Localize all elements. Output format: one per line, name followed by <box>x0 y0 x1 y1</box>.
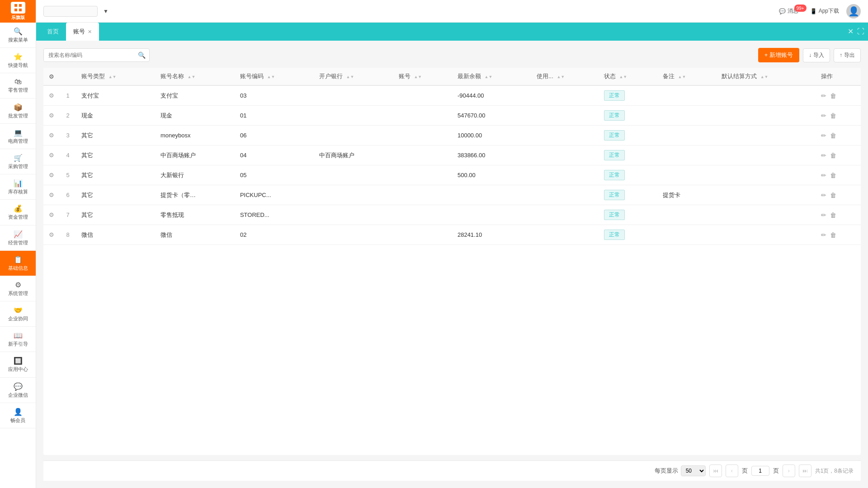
row-type: 其它 <box>76 205 155 225</box>
delete-btn[interactable]: 🗑 <box>830 112 836 119</box>
tab-close-all-btn[interactable]: ✕ <box>848 28 854 35</box>
edit-btn[interactable]: ✏ <box>821 152 826 159</box>
import-button[interactable]: ↓ 导入 <box>803 48 830 62</box>
user-avatar[interactable]: 👤 <box>846 4 861 19</box>
tab-close-btn[interactable]: ✕ <box>88 29 92 34</box>
delete-btn[interactable]: 🗑 <box>830 92 836 99</box>
edit-btn[interactable]: ✏ <box>821 132 826 139</box>
page-size-select[interactable]: 50 10 20 100 <box>681 465 706 476</box>
next-page-btn[interactable]: › <box>783 465 795 477</box>
search-button[interactable]: 🔍 <box>134 49 149 61</box>
grid-icon: 🔲 <box>14 357 23 365</box>
sidebar-item-member[interactable]: 👤 畅会员 <box>0 403 36 428</box>
delete-btn[interactable]: 🗑 <box>830 172 836 179</box>
sidebar-item-label: 零售管理 <box>8 87 28 93</box>
row-name: 中百商场账户 <box>155 145 235 165</box>
row-remark <box>657 165 716 185</box>
col-code[interactable]: 账号编码 ▲▼ <box>235 68 314 85</box>
edit-btn[interactable]: ✏ <box>821 231 826 239</box>
delete-btn[interactable]: 🗑 <box>830 192 836 199</box>
sidebar-item-label: 采购管理 <box>8 164 28 169</box>
topbar-search-input[interactable] <box>43 6 98 17</box>
col-status[interactable]: 状态 ▲▼ <box>599 68 657 85</box>
delete-btn[interactable]: 🗑 <box>830 132 836 139</box>
topbar-dropdown[interactable]: ▼ <box>103 8 108 14</box>
app-download-btn[interactable]: 📱 App下载 <box>810 7 839 15</box>
col-balance[interactable]: 最新余额 ▲▼ <box>452 68 531 85</box>
sidebar-item-wholesale[interactable]: 📦 批发管理 <box>0 99 36 124</box>
row-type: 其它 <box>76 145 155 165</box>
row-settings-btn[interactable]: ⚙ <box>43 145 60 165</box>
sidebar-item-quick-nav[interactable]: ⭐ 快捷导航 <box>0 48 36 73</box>
row-default <box>716 165 816 185</box>
page-body: 🔍 + 新增账号 ↓ 导入 ↑ 导出 ⚙ <box>36 41 868 488</box>
row-settings-btn[interactable]: ⚙ <box>43 205 60 225</box>
export-button[interactable]: ↑ 导出 <box>834 48 861 62</box>
sidebar-item-inventory[interactable]: 📊 库存核算 <box>0 174 36 200</box>
row-settings-btn[interactable]: ⚙ <box>43 185 60 205</box>
last-page-btn[interactable]: ⏭ <box>799 465 811 477</box>
row-default <box>716 205 816 225</box>
col-settings[interactable]: ⚙ <box>43 68 60 85</box>
message-btn[interactable]: 💬 消息 99+ <box>779 7 803 15</box>
row-actions: ✏ 🗑 <box>816 126 861 145</box>
row-type: 支付宝 <box>76 85 155 106</box>
delete-btn[interactable]: 🗑 <box>830 152 836 159</box>
col-name[interactable]: 账号名称 ▲▼ <box>155 68 235 85</box>
sidebar-item-operations[interactable]: 📈 经营管理 <box>0 225 36 251</box>
sidebar-item-label: 搜索菜单 <box>8 37 28 43</box>
sidebar-item-finance[interactable]: 💰 资金管理 <box>0 200 36 225</box>
sidebar-item-app-center[interactable]: 🔲 应用中心 <box>0 352 36 377</box>
edit-btn[interactable]: ✏ <box>821 211 826 219</box>
chat-icon: 💬 <box>14 382 23 391</box>
tab-home[interactable]: 首页 <box>40 23 66 41</box>
tab-expand-btn[interactable]: ⛶ <box>857 28 864 35</box>
sidebar-item-guide[interactable]: 📖 新手引导 <box>0 327 36 352</box>
row-default <box>716 185 816 205</box>
edit-btn[interactable]: ✏ <box>821 112 826 119</box>
sidebar-item-ecommerce[interactable]: 💻 电商管理 <box>0 124 36 149</box>
sidebar-item-purchase[interactable]: 🛒 采购管理 <box>0 149 36 174</box>
col-type[interactable]: 账号类型 ▲▼ <box>76 68 155 85</box>
row-account <box>393 85 452 106</box>
page-input[interactable] <box>751 466 769 476</box>
edit-btn[interactable]: ✏ <box>821 172 826 179</box>
first-page-btn[interactable]: ⏮ <box>709 465 722 477</box>
row-settings-btn[interactable]: ⚙ <box>43 165 60 185</box>
col-default[interactable]: 默认结算方式 ▲▼ <box>716 68 816 85</box>
sort-bank-icon: ▲▼ <box>346 75 354 79</box>
col-bank[interactable]: 开户银行 ▲▼ <box>314 68 393 85</box>
col-account[interactable]: 账号 ▲▼ <box>393 68 452 85</box>
row-settings-btn[interactable]: ⚙ <box>43 85 60 106</box>
delete-btn[interactable]: 🗑 <box>830 211 836 219</box>
delete-btn[interactable]: 🗑 <box>830 231 836 239</box>
sidebar-item-retail[interactable]: 🛍 零售管理 <box>0 73 36 98</box>
row-default <box>716 145 816 165</box>
row-settings-btn[interactable]: ⚙ <box>43 225 60 245</box>
row-settings-btn[interactable]: ⚙ <box>43 126 60 145</box>
edit-btn[interactable]: ✏ <box>821 192 826 199</box>
row-bank <box>314 185 393 205</box>
edit-btn[interactable]: ✏ <box>821 92 826 99</box>
row-status: 正常 <box>599 185 657 205</box>
row-status: 正常 <box>599 205 657 225</box>
sidebar-item-wechat-work[interactable]: 💬 企业微信 <box>0 378 36 403</box>
sidebar-item-enterprise[interactable]: 🤝 企业协同 <box>0 301 36 327</box>
sidebar-item-search[interactable]: 🔍 搜索菜单 <box>0 23 36 48</box>
search-input[interactable] <box>44 49 134 61</box>
col-remark[interactable]: 备注 ▲▼ <box>657 68 716 85</box>
row-settings-btn[interactable]: ⚙ <box>43 106 60 126</box>
status-badge: 正常 <box>604 110 625 121</box>
add-account-button[interactable]: + 新增账号 <box>758 48 799 62</box>
prev-page-btn[interactable]: ‹ <box>726 465 738 477</box>
sidebar-item-system[interactable]: ⚙ 系统管理 <box>0 276 36 301</box>
tab-account[interactable]: 账号 ✕ <box>66 23 99 41</box>
row-code: 06 <box>235 126 314 145</box>
row-bank <box>314 106 393 126</box>
row-name: 支付宝 <box>155 85 235 106</box>
row-name: 大新银行 <box>155 165 235 185</box>
sidebar-item-label: 资金管理 <box>8 214 28 220</box>
export-icon: ↑ <box>840 52 842 58</box>
sidebar-item-basic[interactable]: 📋 基础信息 <box>0 251 36 276</box>
col-usage[interactable]: 使用... ▲▼ <box>531 68 599 85</box>
